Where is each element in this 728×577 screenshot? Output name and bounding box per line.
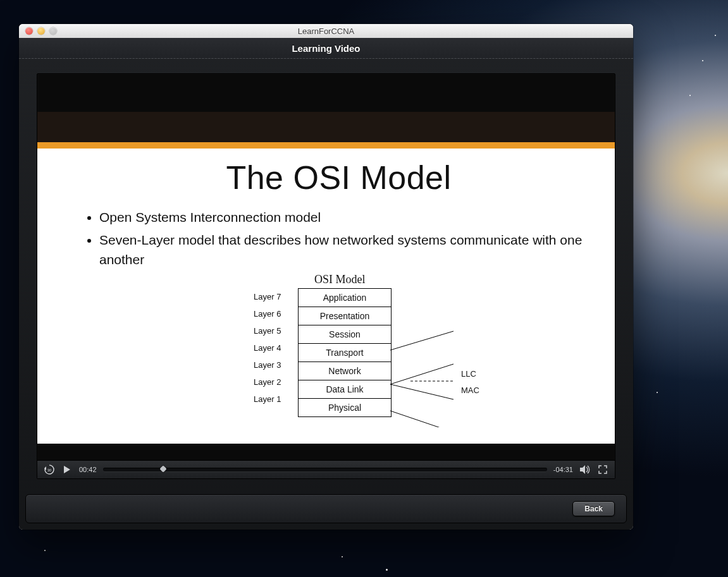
svg-line-3 (390, 384, 453, 399)
video-player: The OSI Model Open Systems Interconnecti… (37, 73, 615, 479)
back-button[interactable]: Back (572, 501, 615, 516)
svg-line-0 (390, 331, 453, 350)
volume-icon[interactable] (579, 464, 591, 475)
seek-knob[interactable] (159, 465, 166, 472)
layer-cell: Application (299, 289, 392, 307)
seek-bar[interactable] (103, 468, 547, 471)
slide-bullets: Open Systems Interconnection model Seven… (88, 208, 589, 269)
layer-cell: Session (299, 325, 392, 344)
layer-cell: Network (299, 362, 392, 380)
layer-number: Layer 4 (254, 343, 281, 353)
window-title: LearnForCCNA (19, 27, 633, 36)
layer-number: Layer 3 (254, 360, 281, 370)
video-frame[interactable]: The OSI Model Open Systems Interconnecti… (37, 74, 615, 460)
diagram-caption: OSI Model (314, 273, 366, 286)
elapsed-time: 00:42 (79, 466, 97, 473)
play-icon[interactable] (61, 464, 73, 475)
svg-text:30: 30 (47, 468, 52, 472)
diagram-lines-icon (390, 288, 517, 427)
annotation-llc: LLC (461, 369, 476, 379)
titlebar[interactable]: LearnForCCNA (19, 24, 633, 39)
remaining-time: -04:31 (553, 466, 573, 473)
app-content: Learning Video The OSI Model Open System… (19, 38, 633, 530)
layer-cell: Presentation (299, 307, 392, 325)
traffic-lights (19, 27, 57, 35)
close-icon[interactable] (25, 27, 33, 35)
slide-title: The OSI Model (88, 159, 589, 197)
bullet-item: Open Systems Interconnection model (99, 208, 589, 227)
svg-line-4 (390, 411, 453, 427)
page-title: Learning Video (19, 38, 633, 59)
rewind-30-icon[interactable]: 30 (44, 464, 55, 475)
app-window: LearnForCCNA Learning Video The OSI Mode… (19, 24, 633, 530)
zoom-icon[interactable] (49, 27, 57, 35)
layer-cell: Transport (299, 344, 392, 362)
slide: The OSI Model Open Systems Interconnecti… (37, 112, 615, 444)
layer-cell: Physical (299, 399, 392, 417)
svg-line-1 (390, 364, 453, 384)
minimize-icon[interactable] (37, 27, 45, 35)
svg-marker-7 (64, 466, 70, 473)
osi-diagram: OSI Model Layer 7 Layer 6 Layer 5 Layer … (88, 273, 589, 437)
slide-top-band (37, 112, 615, 142)
slide-accent-bar (37, 142, 615, 149)
layer-number: Layer 7 (254, 292, 281, 301)
bullet-item: Seven-Layer model that describes how net… (99, 231, 589, 269)
layer-number: Layer 2 (254, 377, 281, 387)
bottom-toolbar: Back (25, 494, 627, 523)
fullscreen-icon[interactable] (597, 464, 608, 475)
video-controls: 30 00:42 -04:31 (37, 460, 615, 478)
layer-cell: Data Link (299, 380, 392, 399)
layer-number: Layer 1 (254, 394, 281, 404)
layer-number: Layer 5 (254, 326, 281, 336)
osi-table: Application Presentation Session Transpo… (298, 288, 392, 417)
layer-number: Layer 6 (254, 309, 281, 319)
desktop-background: LearnForCCNA Learning Video The OSI Mode… (0, 0, 728, 577)
annotation-mac: MAC (461, 386, 479, 395)
svg-marker-8 (580, 465, 585, 474)
